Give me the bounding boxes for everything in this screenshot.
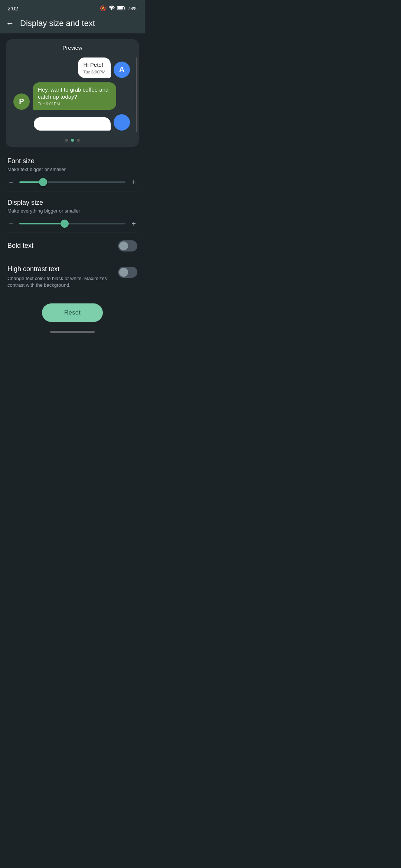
status-bar: 2:02 🔕 78% xyxy=(0,0,145,15)
preview-label: Preview xyxy=(6,39,139,55)
font-size-subtitle: Make text bigger or smaller xyxy=(7,167,137,172)
display-size-slider[interactable] xyxy=(19,223,125,224)
page-title: Display size and text xyxy=(20,19,95,28)
bubble-text-sent: Hi Pete! xyxy=(83,61,105,69)
bold-text-section: Bold text xyxy=(0,233,145,259)
home-bar xyxy=(50,331,95,333)
preview-card: Preview Hi Pete! Tue 6:00PM A P Hey, wan… xyxy=(6,39,139,147)
reset-button[interactable]: Reset xyxy=(42,303,103,322)
status-time: 2:02 xyxy=(7,5,18,11)
bubble-partial xyxy=(34,117,111,131)
mute-icon: 🔕 xyxy=(100,5,106,11)
font-size-slider-row: − + xyxy=(7,178,137,187)
display-size-minus-icon[interactable]: − xyxy=(7,220,15,228)
dot-1 xyxy=(65,139,68,142)
bubble-text-received: Hey, want to grab coffee and catch up to… xyxy=(38,86,111,101)
dot-3 xyxy=(77,139,80,142)
bubble-time-sent: Tue 6:00PM xyxy=(83,70,105,74)
bubble-received: Hey, want to grab coffee and catch up to… xyxy=(33,82,116,110)
font-size-plus-icon[interactable]: + xyxy=(130,178,137,187)
hc-text: High contrast text Change text color to … xyxy=(7,265,114,289)
home-indicator xyxy=(0,328,145,337)
bold-text-toggle[interactable] xyxy=(118,240,137,251)
hc-title: High contrast text xyxy=(7,265,114,273)
reset-container: Reset xyxy=(0,295,145,328)
display-size-title: Display size xyxy=(7,199,137,207)
preview-scrollbar xyxy=(136,57,137,132)
message-row-partial xyxy=(12,114,130,131)
battery-percentage: 78% xyxy=(128,6,137,11)
bold-text-label: Bold text xyxy=(7,242,33,250)
display-size-section: Display size Make everything bigger or s… xyxy=(0,191,145,233)
battery-icon xyxy=(117,6,125,10)
bubble-sent: Hi Pete! Tue 6:00PM xyxy=(78,57,111,78)
wifi-icon xyxy=(108,6,115,11)
message-row-received: P Hey, want to grab coffee and catch up … xyxy=(13,82,133,110)
back-button[interactable]: ← xyxy=(6,19,14,28)
content: Preview Hi Pete! Tue 6:00PM A P Hey, wan… xyxy=(0,39,145,337)
avatar-p: P xyxy=(13,93,30,110)
display-size-slider-row: − + xyxy=(7,220,137,228)
avatar-a: A xyxy=(114,62,130,78)
high-contrast-section: High contrast text Change text color to … xyxy=(0,259,145,295)
avatar-partial xyxy=(114,114,130,131)
preview-dots xyxy=(6,135,139,147)
high-contrast-toggle-thumb xyxy=(119,268,128,277)
display-size-plus-icon[interactable]: + xyxy=(130,220,137,228)
message-row-sent: Hi Pete! Tue 6:00PM A xyxy=(12,57,130,78)
font-size-minus-icon[interactable]: − xyxy=(7,178,15,187)
high-contrast-toggle[interactable] xyxy=(118,267,137,278)
status-icons: 🔕 78% xyxy=(100,5,137,11)
font-size-section: Font size Make text bigger or smaller − … xyxy=(0,150,145,191)
svg-rect-1 xyxy=(118,7,123,9)
hc-subtitle: Change text color to black or white. Max… xyxy=(7,275,114,289)
bold-text-toggle-thumb xyxy=(119,241,128,250)
preview-content: Hi Pete! Tue 6:00PM A P Hey, want to gra… xyxy=(6,55,139,135)
svg-rect-2 xyxy=(124,7,125,9)
dot-2 xyxy=(71,139,74,142)
bubble-time-received: Tue 6:01PM xyxy=(38,102,111,106)
display-size-subtitle: Make everything bigger or smaller xyxy=(7,208,137,214)
font-size-slider[interactable] xyxy=(19,181,125,183)
font-size-title: Font size xyxy=(7,157,137,165)
app-bar: ← Display size and text xyxy=(0,15,145,33)
